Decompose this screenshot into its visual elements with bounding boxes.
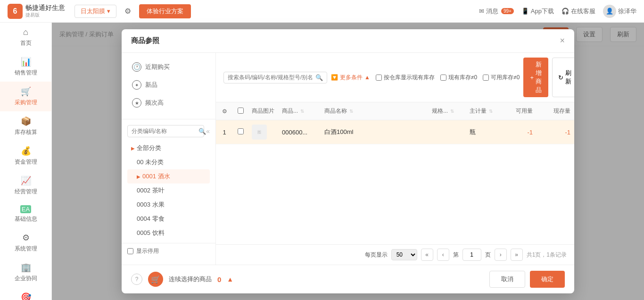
help-icon[interactable]: ? [131,274,142,285]
category-search-input[interactable] [127,125,204,137]
product-search-input[interactable] [228,74,314,81]
cancel-button[interactable]: 取消 [489,271,525,288]
sidebar-item-purchase[interactable]: 🛒 采购管理 [0,82,51,111]
online-service-button[interactable]: 🎧 在线客服 [561,7,595,16]
collapse-left-icon[interactable]: « [206,127,210,135]
row-check[interactable] [233,120,248,144]
right-toolbar-actions: + 新增商品 ↻ 刷新 [523,58,574,97]
sidebar-item-inventory[interactable]: 📦 库存核算 [0,111,51,141]
app-download-label: App下载 [531,7,554,16]
modal-left-panel: 🕐 近期购买 ✦ 新品 ★ 频次高 [122,53,216,265]
message-badge: 99+ [501,8,514,14]
col-header-unit[interactable]: 主计量 ⇅ [466,102,499,120]
sidebar-item-finance[interactable]: 💰 资金管理 [0,141,51,171]
page-label-after: 页 [485,251,491,259]
col-header-name[interactable]: 商品名称 ⇅ [321,102,428,120]
tree-label-0002: 0002 茶叶 [137,186,165,195]
tab-frequent-label: 频次高 [145,99,164,107]
experience-button[interactable]: 体验行业方案 [139,4,191,18]
user-avatar[interactable]: 👤 徐泽华 [603,5,636,18]
system-icon: ⚙ [22,233,30,243]
page-size-select[interactable]: 50 10 20 100 [391,249,417,260]
row-checkbox[interactable] [238,128,244,134]
col-header-avail: 可用量 [499,102,537,120]
message-label: 消息 [486,7,498,16]
row-spec [428,120,466,144]
tree-item-0001[interactable]: ▶ 0001 酒水 [127,169,210,183]
first-page-button[interactable]: « [421,249,433,261]
add-product-button[interactable]: + 新增商品 [523,58,548,97]
tree-item-00[interactable]: 00 未分类 [127,155,210,169]
table-settings-icon[interactable]: ⚙ [222,108,227,115]
refresh-button[interactable]: ↻ 刷新 [552,58,574,97]
tab-frequent[interactable]: ★ 频次高 [127,94,210,111]
tree-item-0002[interactable]: 0002 茶叶 [127,183,210,198]
checkbox-nonzero-avail[interactable]: 可用库存≠0 [483,74,520,82]
dropdown-chevron-icon: ▾ [107,8,110,15]
product-search-icon[interactable]: 🔍 [315,74,323,81]
table-row[interactable]: 1 图 [216,120,574,144]
checkbox-by-warehouse-input[interactable] [376,75,382,81]
product-thumbnail: 图 [252,125,267,140]
tab-new-label: 新品 [145,81,157,89]
sidebar-item-enterprise[interactable]: 🏢 企业协同 [0,258,51,287]
settings-icon[interactable]: ⚙ [120,4,135,19]
sidebar-item-label-basic: 基础信息 [15,215,37,223]
checkbox-by-warehouse[interactable]: 按仓库显示现有库存 [376,74,435,82]
selected-label: 连续选择的商品 [169,275,212,283]
checkbox-nonzero-avail-input[interactable] [483,75,489,81]
company-dropdown[interactable]: 日太阳膜 ▾ [74,5,116,18]
confirm-button[interactable]: 确定 [530,271,565,288]
col-header-gear: ⚙ [216,102,233,120]
prev-page-button[interactable]: ‹ [437,249,449,261]
next-page-button[interactable]: › [495,249,507,261]
sidebar-item-basic[interactable]: EA 基础信息 [0,200,51,228]
tab-new-products[interactable]: ✦ 新品 [127,76,210,93]
tree-item-all[interactable]: ▶ 全部分类 [127,141,210,155]
sidebar-item-label-finance: 资金管理 [15,158,37,166]
modal-close-button[interactable]: × [560,36,565,46]
footer-right: 取消 确定 [489,271,565,288]
show-disabled-input[interactable] [127,248,133,254]
checkbox-nonzero-stock-input[interactable] [440,75,446,81]
category-search-wrap: 🔍 « [122,125,215,137]
filter-checkboxes: 按仓库显示现有库存 现有库存≠0 可用库存≠0 [376,74,520,82]
tree-item-0003[interactable]: 0003 水果 [127,198,210,212]
last-page-button[interactable]: » [511,249,523,261]
collapse-up-icon[interactable]: ▲ [227,275,233,283]
select-all-checkbox[interactable] [238,108,244,114]
cart-icon[interactable]: 🛒 [148,272,163,287]
show-disabled-checkbox[interactable]: 显示停用 [127,247,210,255]
filter-label: 更多条件 [340,74,363,82]
tree-label-0001: 0001 酒水 [142,172,170,181]
sidebar-item-operation[interactable]: 📈 经营管理 [0,171,51,200]
inventory-icon: 📦 [21,116,31,126]
tree-item-0005[interactable]: 0005 饮料 [127,226,210,240]
checkbox-by-warehouse-label: 按仓库显示现有库存 [384,74,435,82]
tree-item-0004[interactable]: 0004 零食 [127,212,210,226]
tab-recent-purchase[interactable]: 🕐 近期购买 [127,58,210,75]
enterprise-icon: 🏢 [21,262,31,273]
sidebar-item-sales[interactable]: 📊 销售管理 [0,52,51,82]
current-page-input[interactable] [462,249,481,261]
checkbox-nonzero-stock-label: 现有库存≠0 [448,74,477,82]
row-num: 1 [216,120,233,144]
sidebar-item-guide[interactable]: 🎯 新手引导 [0,287,51,300]
checkbox-nonzero-stock[interactable]: 现有库存≠0 [440,74,477,82]
sidebar-item-home[interactable]: ⌂ 首页 [0,23,51,52]
right-toolbar: 🔍 🔽 更多条件 ▲ 按仓库显示现有库存 [216,53,574,102]
more-filter-button[interactable]: 🔽 更多条件 ▲ [331,74,370,82]
sort-name-icon: ⇅ [349,108,353,114]
product-search-wrap: 🔍 [223,72,327,83]
sales-icon: 📊 [21,57,31,67]
category-search-icon[interactable]: 🔍 [198,128,206,135]
col-header-stock: 现存量 [537,102,574,120]
tree-label-00: 00 未分类 [137,158,164,167]
app-download-button[interactable]: 📱 App下载 [521,7,554,16]
sidebar-item-label-inventory: 库存核算 [15,128,37,136]
col-header-spec[interactable]: 规格... ⇅ [428,102,466,120]
sidebar-item-system[interactable]: ⚙ 系统管理 [0,228,51,258]
message-button[interactable]: ✉ 消息 99+ [479,7,514,16]
modal-body: 🕐 近期购买 ✦ 新品 ★ 频次高 [122,53,574,265]
col-header-code[interactable]: 商品... ⇅ [278,102,321,120]
